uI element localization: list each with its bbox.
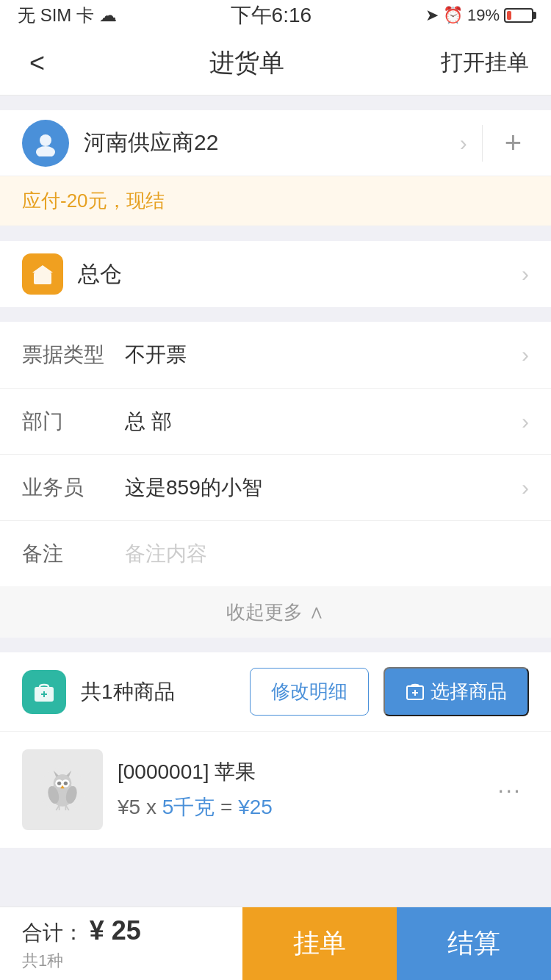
warehouse-icon — [22, 253, 63, 295]
product-qty: 5千克 — [162, 796, 215, 818]
collapse-label: 收起更多 ∧ — [226, 599, 324, 625]
status-time: 下午6:16 — [231, 1, 312, 29]
svg-rect-2 — [34, 273, 51, 284]
invoice-chevron-icon: › — [522, 342, 529, 367]
notice-text: 应付-20元，现结 — [22, 190, 165, 212]
back-button[interactable]: < — [22, 40, 52, 86]
invoice-label: 票据类型 — [22, 341, 110, 369]
open-pending-button[interactable]: 打开挂单 — [441, 48, 529, 78]
supplier-section: 河南供应商22 › + 应付-20元，现结 — [0, 110, 551, 226]
invoice-value: 不开票 — [110, 341, 522, 369]
checkout-button[interactable]: 结算 — [397, 907, 551, 981]
sales-value: 这是859的小智 — [110, 474, 522, 502]
hang-label: 挂单 — [293, 926, 346, 962]
sales-row[interactable]: 业务员 这是859的小智 › — [0, 454, 551, 520]
remark-input[interactable]: 备注内容 — [110, 540, 529, 568]
supplier-name: 河南供应商22 — [84, 128, 460, 158]
select-product-label: 选择商品 — [431, 679, 507, 705]
warehouse-name: 总仓 — [78, 259, 522, 289]
checkout-label: 结算 — [447, 926, 500, 962]
battery-percent: 19% — [467, 6, 500, 25]
svg-point-0 — [40, 134, 51, 146]
product-section: 共1种商品 修改明细 选择商品 — [0, 652, 551, 848]
status-left: 无 SIM 卡 ☁ — [18, 4, 117, 27]
hang-button[interactable]: 挂单 — [242, 907, 397, 981]
select-product-button[interactable]: 选择商品 — [383, 667, 529, 716]
battery-icon — [504, 8, 533, 23]
section-gap-3 — [0, 307, 551, 322]
bottom-bar: 合计： ¥ 25 共1种 挂单 结算 — [0, 907, 551, 980]
total-label: 合计： — [22, 921, 84, 944]
section-gap-1 — [0, 96, 551, 110]
notice-bar: 应付-20元，现结 — [0, 176, 551, 226]
product-info: [0000001] 苹果 ¥5 x 5千克 = ¥25 — [118, 758, 475, 821]
sim-status: 无 SIM 卡 ☁ — [18, 4, 117, 27]
status-bar: 无 SIM 卡 ☁ 下午6:16 ➤ ⏰ 19% — [0, 0, 551, 31]
product-item: [0000001] 苹果 ¥5 x 5千克 = ¥25 ··· — [0, 731, 551, 848]
dept-value: 总 部 — [110, 408, 522, 436]
sales-chevron-icon: › — [522, 475, 529, 500]
warehouse-row[interactable]: 总仓 › — [0, 241, 551, 307]
price-equals: = — [220, 796, 238, 818]
product-price: ¥5 x 5千克 = ¥25 — [118, 793, 475, 821]
product-icon — [22, 670, 66, 714]
price-value: ¥5 — [118, 796, 140, 818]
dept-label: 部门 — [22, 408, 110, 436]
product-total: ¥25 — [238, 796, 273, 818]
divider — [482, 125, 483, 162]
warehouse-chevron-icon: › — [522, 262, 529, 287]
section-gap-4 — [0, 638, 551, 652]
add-supplier-button[interactable]: + — [497, 126, 529, 159]
status-right: ➤ ⏰ 19% — [425, 6, 533, 25]
total-section: 合计： ¥ 25 共1种 — [0, 915, 242, 972]
total-line: 合计： ¥ 25 — [22, 915, 220, 947]
supplier-avatar — [22, 120, 69, 167]
sub-label: 共1种 — [22, 950, 220, 972]
price-times: x — [146, 796, 162, 818]
section-gap-2 — [0, 226, 551, 241]
page-title: 进货单 — [209, 46, 284, 80]
supplier-chevron-icon: › — [460, 131, 467, 156]
remark-label: 备注 — [22, 540, 110, 568]
supplier-row[interactable]: 河南供应商22 › + — [0, 110, 551, 176]
warehouse-section: 总仓 › — [0, 241, 551, 307]
svg-point-17 — [57, 782, 61, 785]
dept-row[interactable]: 部门 总 部 › — [0, 388, 551, 454]
product-thumbnail — [22, 749, 103, 830]
svg-point-1 — [36, 146, 55, 156]
total-amount: ¥ 25 — [90, 915, 141, 945]
sales-label: 业务员 — [22, 474, 110, 502]
form-section: 票据类型 不开票 › 部门 总 部 › 业务员 这是859的小智 › 备注 备注… — [0, 322, 551, 586]
product-more-button[interactable]: ··· — [490, 769, 529, 811]
collapse-bar[interactable]: 收起更多 ∧ — [0, 586, 551, 638]
invoice-row[interactable]: 票据类型 不开票 › — [0, 322, 551, 388]
svg-point-18 — [64, 782, 68, 785]
alarm-icon: ⏰ — [443, 6, 463, 25]
dept-chevron-icon: › — [522, 409, 529, 434]
location-icon: ➤ — [425, 6, 439, 25]
svg-marker-3 — [32, 265, 53, 273]
product-name: [0000001] 苹果 — [118, 758, 475, 786]
nav-bar: < 进货单 打开挂单 — [0, 31, 551, 96]
edit-detail-button[interactable]: 修改明细 — [250, 668, 369, 716]
product-header: 共1种商品 修改明细 选择商品 — [0, 652, 551, 731]
product-count: 共1种商品 — [81, 678, 235, 706]
remark-row[interactable]: 备注 备注内容 — [0, 520, 551, 586]
